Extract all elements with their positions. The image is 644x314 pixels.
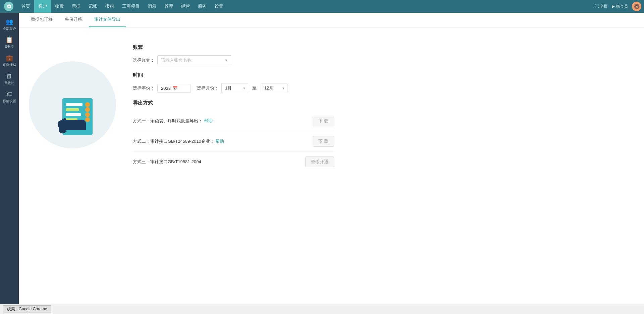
year-label: 选择年份：	[133, 85, 155, 91]
account-row: 选择账套： 请输入账套名称 ▼	[133, 55, 334, 65]
month-end-chevron-icon: ▼	[282, 86, 285, 90]
export-method-3: 方式三：审计接口GB/T19581-2004暂缓开通	[133, 152, 334, 172]
month-end-select[interactable]: 12月 ▼	[261, 83, 287, 93]
top-nav: ✿ 首页客户收费票据记账报税工商项目消息管理经营服务设置 ⛶ 全屏 ▶ 畅会员 …	[0, 0, 644, 13]
illustration-svg	[46, 71, 99, 138]
illustration-circle	[29, 61, 116, 148]
top-nav-item-设置[interactable]: 设置	[211, 0, 227, 13]
sidebar-item-0申报[interactable]: 📋0申报	[0, 34, 19, 52]
account-placeholder: 请输入账套名称	[161, 57, 192, 63]
export-help-link-1[interactable]: 帮助	[204, 118, 213, 123]
top-nav-item-票据[interactable]: 票据	[68, 0, 85, 13]
svg-rect-1	[66, 103, 83, 106]
top-nav-item-工商项目[interactable]: 工商项目	[118, 0, 144, 13]
top-nav-right: ⛶ 全屏 ▶ 畅会员 🐻	[595, 2, 641, 11]
top-nav-item-消息[interactable]: 消息	[144, 0, 160, 13]
download-button-1[interactable]: 下 载	[313, 116, 334, 126]
export-method-label-2: 方式二：审计接口GB/T24589-2010企业： 帮助	[133, 138, 224, 144]
tab-数据包迁移[interactable]: 数据包迁移	[25, 12, 58, 27]
svg-point-8	[85, 112, 90, 117]
top-nav-item-服务[interactable]: 服务	[194, 0, 211, 13]
video-icon: ▶	[612, 4, 615, 9]
sidebar-icon: 💼	[6, 54, 13, 62]
sidebar-item-全部客户[interactable]: 👥全部客户	[0, 15, 19, 34]
account-section-title: 账套	[133, 44, 334, 51]
svg-point-9	[85, 117, 90, 122]
fullscreen-label: 全屏	[600, 4, 608, 9]
svg-point-7	[85, 107, 90, 112]
month-start-select[interactable]: 1月 ▼	[221, 83, 248, 93]
member-button[interactable]: ▶ 畅会员	[612, 4, 628, 9]
member-label: 畅会员	[616, 4, 628, 9]
top-nav-item-经营[interactable]: 经营	[177, 0, 194, 13]
export-methods-container: 方式一：余额表、序时账批量导出： 帮助下 载方式二：审计接口GB/T24589-…	[133, 111, 334, 172]
sidebar-label: 0申报	[5, 45, 14, 49]
top-nav-item-报税[interactable]: 报税	[101, 0, 118, 13]
time-row: 选择年份： 2023 📅 选择月份： 1月 ▼ 至 12月 ▼	[133, 83, 334, 93]
tabs-header: 数据包迁移备份迁移审计文件导出	[19, 13, 644, 27]
main-content: 数据包迁移备份迁移审计文件导出	[19, 13, 644, 314]
export-method-label-1: 方式一：余额表、序时账批量导出： 帮助	[133, 118, 213, 124]
export-method-2: 方式二：审计接口GB/T24589-2010企业： 帮助下 载	[133, 131, 334, 152]
sidebar-item-标签设置[interactable]: 🏷标签设置	[0, 88, 19, 106]
page-body: 账套 选择账套： 请输入账套名称 ▼ 时间 选择年份： 2023 📅 选择月份：…	[19, 27, 644, 182]
sidebar-icon: 🗑	[6, 73, 12, 80]
export-help-link-2[interactable]: 帮助	[215, 139, 224, 144]
form-area: 账套 选择账套： 请输入账套名称 ▼ 时间 选择年份： 2023 📅 选择月份：…	[133, 38, 334, 172]
chevron-down-icon: ▼	[224, 58, 228, 62]
logo-icon: ✿	[4, 2, 13, 11]
taskbar-item[interactable]: 线索 - Google Chrome	[3, 305, 51, 313]
top-nav-items: 首页客户收费票据记账报税工商项目消息管理经营服务设置	[17, 0, 595, 13]
month-start-label: 选择月份：	[197, 85, 219, 91]
left-sidebar: 👥全部客户📋0申报💼账套迁移🗑回收站🏷标签设置	[0, 13, 19, 314]
svg-rect-2	[66, 108, 79, 111]
export-section-title: 导出方式	[133, 100, 334, 106]
top-nav-item-管理[interactable]: 管理	[160, 0, 177, 13]
top-nav-item-收费[interactable]: 收费	[51, 0, 68, 13]
sidebar-icon: 👥	[6, 18, 13, 25]
svg-point-6	[85, 102, 90, 107]
fullscreen-icon: ⛶	[595, 4, 599, 9]
download-button-2[interactable]: 下 载	[313, 136, 334, 147]
top-nav-item-记账[interactable]: 记账	[85, 0, 101, 13]
taskbar: 线索 - Google Chrome	[0, 304, 644, 314]
sidebar-item-回收站[interactable]: 🗑回收站	[0, 70, 19, 88]
sidebar-icon: 🏷	[6, 91, 12, 98]
year-value: 2023	[161, 86, 171, 91]
to-label: 至	[251, 85, 258, 91]
month-start-chevron-icon: ▼	[243, 86, 246, 90]
taskbar-item-label: 线索 - Google Chrome	[7, 306, 47, 312]
sidebar-label: 回收站	[4, 81, 14, 85]
month-end-value: 12月	[264, 85, 273, 91]
export-method-1: 方式一：余额表、序时账批量导出： 帮助下 载	[133, 111, 334, 131]
calendar-icon: 📅	[173, 86, 178, 90]
top-nav-item-客户[interactable]: 客户	[34, 0, 51, 13]
sidebar-label: 账套迁移	[3, 63, 16, 67]
svg-rect-3	[66, 113, 81, 116]
account-select[interactable]: 请输入账套名称 ▼	[157, 55, 231, 65]
sidebar-label: 标签设置	[3, 99, 16, 103]
export-method-label-3: 方式三：审计接口GB/T19581-2004	[133, 159, 201, 165]
tab-审计文件导出[interactable]: 审计文件导出	[89, 12, 126, 27]
month-start-value: 1月	[225, 85, 232, 91]
avatar[interactable]: 🐻	[632, 2, 641, 11]
top-nav-item-首页[interactable]: 首页	[17, 0, 34, 13]
logo[interactable]: ✿	[3, 0, 15, 12]
coming-soon-button-3: 暂缓开通	[305, 156, 334, 167]
illustration-area	[25, 38, 119, 172]
account-label: 选择账套：	[133, 57, 155, 63]
sidebar-icon: 📋	[6, 36, 13, 44]
sidebar-label: 全部客户	[3, 27, 16, 31]
fullscreen-button[interactable]: ⛶ 全屏	[595, 4, 608, 9]
sidebar-item-账套迁移[interactable]: 💼账套迁移	[0, 52, 19, 70]
time-section-title: 时间	[133, 72, 334, 78]
tab-备份迁移[interactable]: 备份迁移	[59, 12, 88, 27]
year-input[interactable]: 2023 📅	[157, 84, 191, 93]
